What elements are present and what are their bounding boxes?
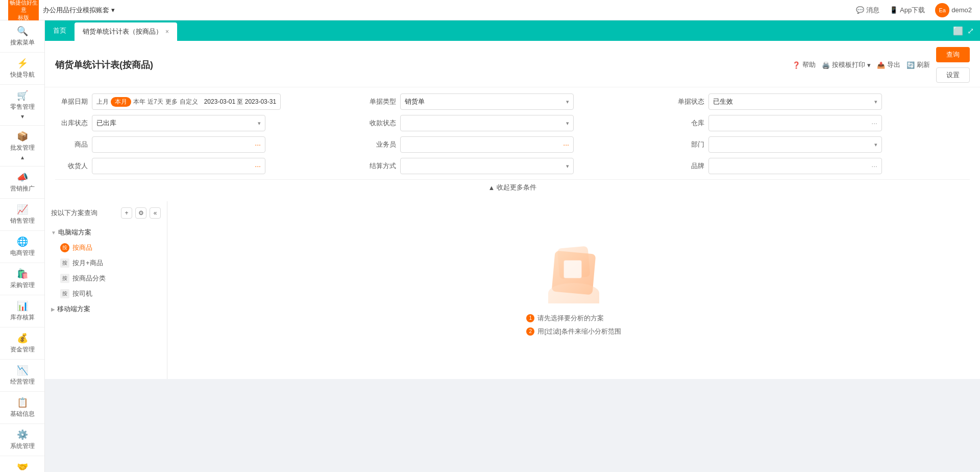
doc-status-select[interactable]: 已生效 ▾ (708, 93, 882, 110)
sidebar-item-ecommerce[interactable]: 🌐 电商管理 (0, 231, 44, 263)
app-selector[interactable]: 办公用品行业模拟账套 ▾ (43, 6, 115, 15)
sidebar-item-purchase[interactable]: 🛍️ 采购管理 (0, 263, 44, 295)
topbar-left: 畅捷信好生意 标版 办公用品行业模拟账套 ▾ (8, 0, 115, 20)
sidebar-item-cooperation[interactable]: 🤝 企业协同 (0, 456, 44, 472)
date-shortcut-this-year[interactable]: 本年 (133, 98, 145, 106)
filter-col-receiver: 收货人 ··· (55, 158, 353, 174)
page-header: 销货单统计计表(按商品) ❓ 帮助 🖨️ 按模板打印 ▾ 📤 (45, 41, 980, 87)
panel-header: 按以下方案查询 + ⚙ « (45, 207, 167, 223)
department-select[interactable]: ▾ (708, 136, 882, 153)
sidebar-item-search[interactable]: 🔍 搜索菜单 (0, 20, 44, 53)
tree-item-by-goods[interactable]: 按 按商品 (45, 240, 167, 255)
sidebar-item-inventory[interactable]: 📊 库存核算 (0, 295, 44, 327)
chevron-down-icon: ▾ (874, 141, 877, 148)
operations-icon: 📉 (17, 365, 28, 376)
topbar: 畅捷信好生意 标版 办公用品行业模拟账套 ▾ 💬 消息 📱 App下载 Ea d… (0, 0, 980, 20)
system-icon: ⚙️ (17, 429, 28, 440)
split-layout: 按以下方案查询 + ⚙ « (45, 201, 980, 379)
sidebar-item-marketing[interactable]: 📣 营销推广 (0, 167, 44, 199)
basic-icon: 📋 (17, 397, 28, 408)
date-shortcut-more[interactable]: 更多 (165, 98, 178, 106)
tree-group-desktop-header[interactable]: ▼ 电脑端方案 (45, 225, 167, 240)
brand-input[interactable]: ··· (708, 158, 882, 174)
print-icon: 🖨️ (822, 61, 830, 69)
sidebar-item-basic[interactable]: 📋 基础信息 (0, 392, 44, 424)
add-scheme-button[interactable]: + (121, 207, 132, 219)
sidebar-item-retail[interactable]: 🛒 零售管理 ▾ (0, 85, 44, 126)
receiver-input[interactable]: ··· (92, 158, 265, 174)
export-icon: 📤 (877, 61, 885, 69)
payment-status-select[interactable]: ▾ (400, 115, 574, 131)
sidebar-item-finance[interactable]: 💰 资金管理 (0, 327, 44, 360)
topbar-right: 💬 消息 📱 App下载 Ea demo2 (856, 3, 972, 17)
messages-button[interactable]: 💬 消息 (856, 6, 879, 15)
filter-col-paymentstatus: 收款状态 ▾ (353, 115, 662, 131)
collapse-filters-button[interactable]: ▲ 收起更多条件 (55, 179, 970, 195)
print-button[interactable]: 🖨️ 按模板打印 ▾ (822, 60, 871, 69)
sidebar-item-sales[interactable]: 📈 销售管理 (0, 199, 44, 231)
empty-illustration (543, 242, 604, 303)
chevron-up-icon: ▴ (21, 154, 24, 161)
date-shortcut-7days[interactable]: 近7天 (148, 98, 163, 106)
tree-item-by-driver[interactable]: 按 按司机 (45, 286, 167, 301)
tree-item-icon: 按 (60, 258, 69, 268)
sidebar-item-operations[interactable]: 📉 经营管理 (0, 360, 44, 392)
payment-method-select[interactable]: ▾ (400, 158, 574, 174)
app-download-button[interactable]: 📱 App下载 (890, 6, 925, 15)
page-content: 销货单统计计表(按商品) ❓ 帮助 🖨️ 按模板打印 ▾ 📤 (45, 41, 980, 472)
sidebar-item-wholesale[interactable]: 📦 批发管理 ▴ (0, 126, 44, 167)
ecommerce-icon: 🌐 (17, 236, 28, 247)
warehouse-input[interactable]: ··· (708, 115, 882, 131)
search-icon: 🔍 (17, 26, 28, 37)
export-button[interactable]: 📤 导出 (877, 60, 900, 69)
help-button[interactable]: ❓ 帮助 (792, 60, 816, 69)
date-range: 2023-03-01 至 2023-03-31 (204, 98, 276, 106)
stock-status-label: 出库状态 (55, 119, 92, 128)
tree-item-by-month-goods[interactable]: 按 按月+商品 (45, 255, 167, 271)
tab-minimize-button[interactable]: ⬜ (953, 26, 963, 36)
refresh-button[interactable]: 🔄 刷新 (906, 60, 930, 69)
date-label: 单据日期 (55, 97, 92, 106)
scheme-settings-button[interactable]: ⚙ (135, 207, 146, 219)
chevron-down-icon: ▾ (566, 99, 569, 105)
sidebar-item-quick-nav[interactable]: ⚡ 快捷导航 (0, 53, 44, 85)
payment-method-label: 结算方式 (363, 161, 400, 171)
doc-type-select[interactable]: 销货单 ▾ (400, 93, 574, 110)
filter-col-department: 部门 ▾ (662, 136, 970, 153)
cooperation-icon: 🤝 (17, 461, 28, 472)
collapse-up-icon: ▲ (488, 184, 495, 192)
retail-icon: 🛒 (17, 90, 28, 101)
user-menu[interactable]: Ea demo2 (935, 3, 972, 17)
salesman-label: 业务员 (363, 140, 400, 149)
goods-input[interactable]: ··· (92, 136, 265, 153)
tab-active[interactable]: 销货单统计计表（按商品） × (75, 22, 177, 41)
date-shortcut-last-month[interactable]: 上月 (96, 98, 109, 106)
filter-col-date: 单据日期 上月 本月 本年 近7天 更多 自定义 2023-03-01 至 20… (55, 93, 353, 110)
date-shortcut-custom[interactable]: 自定义 (180, 98, 198, 106)
doc-status-label: 单据状态 (672, 97, 708, 106)
stock-status-select[interactable]: 已出库 ▾ (92, 115, 265, 131)
tab-home[interactable]: 首页 (45, 20, 75, 41)
finance-icon: 💰 (17, 333, 28, 344)
warehouse-label: 仓库 (672, 119, 708, 128)
help-icon: ❓ (792, 61, 800, 69)
sidebar: 🔍 搜索菜单 ⚡ 快捷导航 🛒 零售管理 ▾ 📦 批发管理 ▴ 📣 营销推广 📈… (0, 20, 45, 472)
filter-section: 单据日期 上月 本月 本年 近7天 更多 自定义 2023-03-01 至 20… (45, 87, 980, 201)
payment-status-label: 收款状态 (363, 119, 400, 128)
query-button[interactable]: 查询 (936, 47, 970, 62)
salesman-input[interactable]: ··· (400, 136, 574, 153)
sales-icon: 📈 (17, 204, 28, 215)
sidebar-item-system[interactable]: ⚙️ 系统管理 (0, 424, 44, 456)
collapse-panel-button[interactable]: « (150, 207, 161, 219)
date-shortcut-this-month[interactable]: 本月 (111, 97, 131, 107)
tab-close-button[interactable]: × (165, 28, 169, 35)
settings-button[interactable]: 设置 (936, 67, 970, 83)
tab-expand-button[interactable]: ⤢ (967, 26, 974, 36)
tree-group-mobile-header[interactable]: ▶ 移动端方案 (45, 301, 167, 317)
tab-bar: 首页 销货单统计计表（按商品） × ⬜ ⤢ (45, 20, 980, 41)
empty-state: 1 请先选择要分析的方案 2 用[过滤]条件来缩小分析范围 (167, 201, 980, 379)
filter-col-payment-method: 结算方式 ▾ (353, 158, 662, 174)
tree-item-by-category[interactable]: 按 按商品分类 (45, 271, 167, 286)
message-icon: 💬 (856, 6, 864, 14)
chevron-down-icon: ▾ (21, 113, 24, 120)
